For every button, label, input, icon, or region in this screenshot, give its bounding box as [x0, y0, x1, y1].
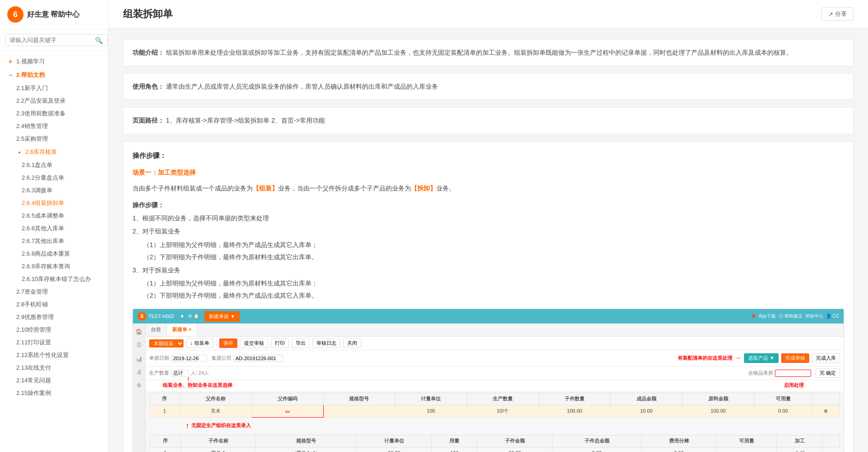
btn-close[interactable]: 关闭: [343, 338, 361, 348]
cell-spec: [323, 405, 395, 418]
qty-label: 生产数量: [149, 369, 169, 378]
docdate-label: 单据日期: [149, 354, 169, 363]
section-path: 页面路径： 1、库存核算->库存管理->组装拆卸单 2、首页->常用功能: [123, 107, 854, 134]
sidebar-item-helpdoc[interactable]: 2.帮助文档: [0, 68, 108, 82]
sidebar-item-coupon[interactable]: 2.9优惠券管理: [0, 311, 108, 324]
sidebar-item-costadj[interactable]: 2.6.5成本调整单: [0, 209, 108, 222]
sidebar-item-customize[interactable]: 2.12系统个性化设置: [0, 349, 108, 362]
app-brand: 6: [137, 312, 146, 321]
cell-produce-qty: 10/个: [467, 405, 539, 418]
app-code: TEST-H002: [148, 312, 174, 321]
btn-export[interactable]: 导出: [292, 338, 310, 348]
sidebar-item-onlinepay[interactable]: 2.13在线支付: [0, 362, 108, 374]
bom-annotation: 有装配清单的在这里处理: [678, 354, 732, 363]
sub-cell-name-1: 零件 1: [181, 447, 255, 452]
sidebar-item-purchase[interactable]: 2.5采购管理: [0, 133, 108, 145]
btn-save[interactable]: 保存: [219, 338, 237, 348]
cell-action: ⊕: [812, 405, 840, 418]
nav-tree: 1.视频学习 2.帮助文档 2.1新手入门 2.2产品安装及登录 2.3使用前数…: [0, 51, 108, 452]
app-nav-icons: ⚙ 📋: [188, 312, 199, 320]
expand-icon: [7, 58, 14, 65]
screenshot: 6 TEST-H002 ▼ ⚙ 📋 新建单据 ▼ 📌 App下载 ◎ 帮助建议 …: [132, 309, 844, 452]
sidebar-item-stockcheck[interactable]: 2.6.9库存账本查询: [0, 260, 108, 273]
docdate-input[interactable]: [171, 355, 207, 362]
sidebar-item-stocktake2[interactable]: 2.6.2分量盘点单: [0, 171, 108, 184]
no-bom-text: 无固定生产组织在这里录入: [191, 421, 251, 430]
sidebar-item-mobile[interactable]: 2.8手机旺铺: [0, 298, 108, 311]
step2: 2、对于组装业务: [132, 226, 844, 237]
field-group: 集团公司: [212, 354, 283, 363]
btn-confirm2[interactable]: 完 确定: [816, 368, 840, 378]
warehouse-label: 合格品库房: [748, 369, 773, 378]
substep-disassembly-2: （2）下部明细为子件明细，最终作为产成品生成其它入库单。: [143, 290, 844, 301]
sidebar-item-install[interactable]: 2.2产品安装及登录: [0, 95, 108, 107]
sidebar-item-print[interactable]: 2.11打印设置: [0, 336, 108, 349]
lower-table: 序 子件名称 规格型号 计量单位 用量 子件金额 子件总金额 费用分摊: [149, 435, 840, 452]
sidebar-item-stockerr[interactable]: 2.6.10库存账本错了怎么办: [0, 273, 108, 285]
col-available: 可用量: [754, 393, 812, 405]
active-icon: [16, 149, 23, 155]
main-header: 组装拆卸单 ↗ 分享: [108, 0, 868, 29]
search-area: 🔍: [0, 29, 108, 51]
sub-cell-usage-1: 100: [431, 447, 477, 452]
share-button[interactable]: ↗ 分享: [821, 7, 854, 21]
share-label: 分享: [835, 10, 847, 18]
sidebar-item-assembly[interactable]: 2.6.4组装拆卸单: [0, 197, 108, 209]
sidebar-item-newbie[interactable]: 2.1新手入门: [0, 82, 108, 95]
sidebar-item-otheroutbound[interactable]: 2.6.7其他出库单: [0, 235, 108, 247]
warehouse-input[interactable]: [775, 370, 811, 377]
roles-text: 通常由生产人员或库管人员完成拆装业务的操作，库管人员确认原材料的出库和产成品的入…: [166, 83, 438, 90]
substep-assembly-2: （2）下部明细为子件明细，最终作为原材料生成其它出库单。: [143, 252, 844, 263]
tab-ziying[interactable]: 自营: [146, 324, 167, 336]
btn-auditlog[interactable]: 审核日志: [312, 338, 340, 348]
inner-toolbar: 本期组装 本期拆卸 ↓ 组装单 保存 提交审核 打印 导出 审核日志 关: [146, 337, 844, 350]
btn-select-product[interactable]: 选取产品 ▼: [744, 353, 778, 363]
batch-row: 生产数量 人: 24人 合格品库房 完 确定: [146, 366, 844, 380]
type-arrow: ↑: [186, 372, 190, 386]
sidebar-item-operation[interactable]: 2.10经营管理: [0, 324, 108, 336]
sidebar-item-video[interactable]: 1.视频学习: [0, 55, 108, 68]
sidebar: 6 好生意 帮助中心 🔍 1.视频学习 2.帮助文档 2.1新手入门 2.2产品…: [0, 0, 108, 452]
share-icon: ↗: [828, 11, 833, 18]
sidebar-item-adjust[interactable]: 2.6.3调拨单: [0, 184, 108, 197]
app-dropdown: ▼: [179, 312, 184, 321]
cell-child-qty: 100.00: [539, 405, 611, 418]
logo-icon: 6: [7, 6, 24, 23]
main: 组装拆卸单 ↗ 分享 功能介绍： 组装拆卸单用来处理企业组装或拆卸等加工业务，支…: [108, 0, 868, 452]
sidebar-item-faq[interactable]: 2.14常见问题: [0, 374, 108, 387]
icon-list: ☰: [137, 341, 142, 351]
sub-col-usage: 用量: [431, 435, 477, 447]
sidebar-item-stocktake[interactable]: 2.6.1盘点单: [0, 159, 108, 171]
sidebar-item-costcalc[interactable]: 2.6.8商品成本重算: [0, 247, 108, 260]
btn-print[interactable]: 打印: [271, 338, 289, 348]
sub-col-unit2: 计量单位: [357, 435, 431, 447]
sub-col-available2: 可用量: [716, 435, 777, 447]
lower-table-container: 序 子件名称 规格型号 计量单位 用量 子件金额 子件总金额 费用分摊: [146, 435, 844, 452]
btn-confirm[interactable]: 完成审核: [781, 353, 809, 363]
sidebar-item-data[interactable]: 2.3使用前数据准备: [0, 107, 108, 120]
search-button[interactable]: 🔍: [95, 37, 103, 44]
upper-table: 序 父件名称 父件编码 规格型号 计量单位 生产数量 子件数量 成品金额: [149, 393, 840, 418]
sidebar-item-cases[interactable]: 2.15操作案例: [0, 387, 108, 400]
search-input[interactable]: [5, 34, 108, 46]
sub-cell-amount-1: 20.00: [477, 447, 552, 452]
type-select[interactable]: 本期组装 本期拆卸: [149, 339, 184, 347]
sub-cell-cost-1: 0.00: [642, 447, 716, 452]
btn-type-dropdown[interactable]: ↓ 组装单: [186, 338, 213, 348]
page-title: 组装拆卸单: [123, 7, 173, 21]
divider1: [216, 340, 217, 347]
sidebar-item-otherinbound[interactable]: 2.6.6其他入库单: [0, 222, 108, 235]
btn-finish[interactable]: 完成入库: [812, 353, 840, 363]
screenshot-body: 🏠 ☰ 📊 🖨 ⚙ 自营 新建单 ×: [133, 324, 844, 452]
app-icon-5: 👤 CC: [826, 312, 839, 320]
group-input[interactable]: [233, 355, 283, 362]
cell-material-amount: 100.00: [682, 405, 754, 418]
substep-disassembly-1: （1）上部明细为父件明细，最终作为原材料生成其它出库单；: [143, 278, 844, 289]
sidebar-item-inventory[interactable]: 2.6库存核算: [0, 145, 108, 159]
btn-submit[interactable]: 提交审核: [240, 338, 268, 348]
tab-neworder[interactable]: 新建单 ×: [167, 324, 197, 336]
sidebar-item-finance[interactable]: 2.7资金管理: [0, 285, 108, 298]
sidebar-item-sales[interactable]: 2.4销售管理: [0, 120, 108, 133]
new-order-btn[interactable]: 新建单据 ▼: [204, 311, 240, 322]
sub-col-spec2: 规格型号: [256, 435, 357, 447]
